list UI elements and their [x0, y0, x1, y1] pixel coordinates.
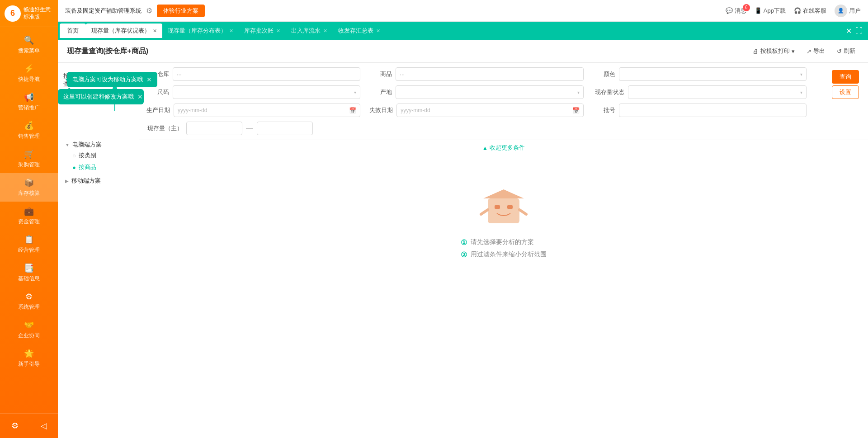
- tab-close-batch-account[interactable]: ✕: [276, 28, 280, 34]
- tooltip-mobile-scheme: 电脑方案可设为移动方案哦 ✕: [67, 72, 157, 87]
- origin-arrow-icon: ▾: [577, 90, 580, 95]
- basic-info-icon: 📑: [24, 263, 34, 273]
- industry-btn[interactable]: 体验行业方案: [157, 5, 205, 17]
- topbar-settings-icon[interactable]: ⚙: [146, 6, 152, 15]
- collapse-icon[interactable]: ◁: [38, 418, 50, 433]
- origin-select[interactable]: ▾: [396, 85, 583, 99]
- prod-date-icon: 📅: [349, 107, 356, 114]
- empty-tip-2: ② 用过滤条件来缩小分析范围: [461, 250, 547, 259]
- svg-marker-1: [483, 189, 524, 198]
- tab-inventory-status[interactable]: 现存量（库存状况表） ✕: [86, 24, 162, 38]
- exp-date-icon: 📅: [572, 107, 580, 114]
- prod-date-placeholder: yyyy-mm-dd: [178, 107, 207, 113]
- sales-icon: 💰: [24, 121, 34, 131]
- sidebar-item-inventory-calc[interactable]: 📦 库存核算: [0, 173, 58, 202]
- tab-inventory-dist[interactable]: 现存量（库存分布表） ✕: [162, 24, 239, 38]
- scheme-by-category[interactable]: ○ 按类别: [72, 150, 133, 161]
- sidebar-item-sales[interactable]: 💰 销售管理: [0, 116, 58, 145]
- sidebar-item-quick-nav[interactable]: ⚡ 快捷导航: [0, 59, 58, 88]
- scheme-by-goods[interactable]: ● 按商品: [72, 161, 133, 173]
- form-row-1: 仓库 ··· 商品 ··· 颜色 ▾: [146, 67, 861, 81]
- mobile-scheme-item[interactable]: ▶ 移动端方案: [65, 176, 133, 186]
- print-icon: 🖨: [753, 48, 759, 55]
- message-icon: 💬: [726, 7, 733, 14]
- sidebar-item-finance[interactable]: 💼 资金管理: [0, 202, 58, 230]
- tab-close-in-out-flow[interactable]: ✕: [323, 28, 327, 34]
- form-section: 电脑方案可设为移动方案哦 ✕ 查询 设置 仓库 ··· 商品: [139, 63, 868, 438]
- stock-status-select[interactable]: ▾: [628, 85, 807, 99]
- warehouse-ellipsis: ···: [177, 71, 182, 78]
- message-badge: 6: [743, 4, 750, 11]
- tab-recv-send-summary[interactable]: 收发存汇总表 ✕: [333, 24, 386, 38]
- user-item[interactable]: 👤 用户: [835, 5, 861, 17]
- topbar-left: 装备及固定资产辅助管理系统 ⚙ 体验行业方案: [65, 5, 205, 17]
- tooltip-create-scheme: 这里可以创建和修改方案哦 ✕: [58, 89, 144, 104]
- size-select[interactable]: ▾: [173, 85, 360, 99]
- desktop-scheme-children: ○ 按类别 ● 按商品: [65, 150, 133, 173]
- sidebar-item-marketing[interactable]: 📢 营销推广: [0, 88, 58, 116]
- sidebar-item-ops[interactable]: 📋 经营管理: [0, 230, 58, 259]
- tooltip2-close-btn[interactable]: ✕: [137, 93, 143, 100]
- sidebar: 6 畅通好生意 标准版 🔍 搜索菜单 ⚡ 快捷导航 📢 营销推广 💰 销售管理 …: [0, 0, 58, 438]
- close-all-btn[interactable]: ✕: [846, 27, 852, 35]
- export-btn[interactable]: ↗ 导出: [803, 45, 829, 57]
- export-icon: ↗: [807, 48, 811, 55]
- desktop-scheme-item[interactable]: ▼ 电脑端方案: [65, 140, 133, 150]
- sidebar-item-search-menu[interactable]: 🔍 搜索菜单: [0, 31, 58, 59]
- fullscreen-btn[interactable]: ⛶: [855, 27, 863, 35]
- online-service-item[interactable]: 🎧 在线客服: [794, 7, 826, 15]
- scheme-dot1: ○: [72, 152, 76, 159]
- finance-icon: 💼: [24, 206, 34, 216]
- print-arrow-icon: ▾: [792, 48, 795, 55]
- tab-close-inventory-status[interactable]: ✕: [153, 28, 157, 34]
- size-arrow-icon: ▾: [354, 90, 356, 95]
- exp-date-input[interactable]: yyyy-mm-dd 📅: [396, 104, 583, 117]
- tab-home[interactable]: 首页: [60, 24, 86, 38]
- settings-icon[interactable]: ⚙: [9, 418, 21, 433]
- field-stock-status: 现存量状态 ▾: [593, 85, 807, 99]
- color-select[interactable]: ▾: [619, 67, 807, 81]
- tab-in-out-flow[interactable]: 出入库流水 ✕: [286, 24, 333, 38]
- content-wrapper: 按以下方案查询 + ✎ ← 这里可以创: [58, 63, 868, 438]
- goods-select[interactable]: ···: [396, 67, 583, 81]
- svg-rect-3: [507, 205, 513, 209]
- form-row-4: 现存量（主） —: [146, 122, 861, 135]
- sidebar-item-basic-info[interactable]: 📑 基础信息: [0, 259, 58, 287]
- field-size: 尺码 ▾: [146, 85, 360, 99]
- sidebar-item-sys-mgmt[interactable]: ⚙ 系统管理: [0, 287, 58, 316]
- prod-date-input[interactable]: yyyy-mm-dd 📅: [174, 104, 360, 117]
- sidebar-logo: 6 畅通好生意 标准版: [0, 0, 58, 27]
- collapse-bar[interactable]: ▲ 收起更多条件: [139, 140, 868, 155]
- form-row-3: 生产日期 yyyy-mm-dd 📅 失效日期 yyyy-mm-dd 📅 批号: [146, 104, 861, 117]
- query-btn[interactable]: 查询: [832, 70, 859, 84]
- empty-state: ① 请先选择要分析的方案 ② 用过滤条件来缩小分析范围: [146, 155, 861, 290]
- sidebar-item-enterprise[interactable]: 🤝 企业协同: [0, 316, 58, 344]
- stock-main-min-input[interactable]: [186, 122, 242, 135]
- page-title: 现存量查询(按仓库+商品): [67, 47, 148, 56]
- reset-btn[interactable]: 设置: [832, 85, 859, 99]
- empty-tip-1: ① 请先选择要分析的方案: [461, 238, 547, 247]
- logo-icon: 6: [5, 5, 21, 22]
- ops-icon: 📋: [24, 235, 34, 245]
- field-prod-date: 生产日期 yyyy-mm-dd 📅: [146, 104, 360, 117]
- sidebar-item-purchase[interactable]: 🛒 采购管理: [0, 145, 58, 173]
- newbie-icon: 🌟: [24, 349, 34, 358]
- tab-close-inventory-dist[interactable]: ✕: [229, 28, 233, 34]
- message-icon-item[interactable]: 💬 消息 6: [726, 7, 746, 15]
- refresh-btn[interactable]: ↺ 刷新: [833, 45, 859, 57]
- exp-date-placeholder: yyyy-mm-dd: [401, 107, 430, 113]
- app-download-item[interactable]: 📱 App下载: [755, 7, 786, 15]
- color-arrow-icon: ▾: [800, 72, 802, 77]
- stock-main-max-input[interactable]: [257, 122, 313, 135]
- tooltip1-close-btn[interactable]: ✕: [146, 76, 152, 83]
- sidebar-item-newbie[interactable]: 🌟 新手引导: [0, 344, 58, 372]
- online-service-icon: 🎧: [794, 7, 801, 14]
- tab-batch-account[interactable]: 库存批次账 ✕: [239, 24, 286, 38]
- batch-no-input[interactable]: [619, 104, 807, 117]
- field-batch-no: 批号: [593, 104, 807, 117]
- warehouse-select[interactable]: ···: [173, 67, 360, 81]
- page-header: 现存量查询(按仓库+商品) 🖨 按模板打印 ▾ ↗ 导出 ↺ 刷新: [58, 40, 868, 63]
- tab-close-recv-send-summary[interactable]: ✕: [376, 28, 380, 34]
- topbar: 装备及固定资产辅助管理系统 ⚙ 体验行业方案 💬 消息 6 📱 App下载 🎧 …: [58, 0, 868, 22]
- template-print-btn[interactable]: 🖨 按模板打印 ▾: [749, 45, 798, 57]
